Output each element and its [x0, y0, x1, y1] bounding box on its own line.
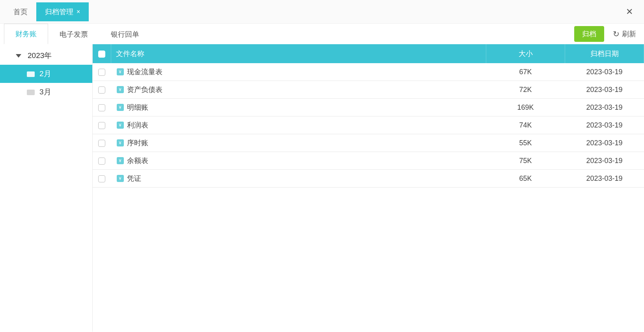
table-row[interactable]: 明细账169K2023-03-19 [93, 99, 644, 116]
subtab-finance-label: 财务账 [15, 29, 37, 39]
tree-month-label: 2月 [39, 69, 51, 79]
row-date: 2023-03-19 [565, 81, 644, 99]
tab-archive-label: 归档管理 [45, 7, 73, 17]
archive-button[interactable]: 归档 [574, 26, 604, 42]
row-date: 2023-03-19 [565, 170, 644, 188]
folder-icon [27, 71, 35, 77]
row-name-cell: 明细账 [111, 99, 486, 116]
row-name: 利润表 [127, 121, 148, 129]
row-date: 2023-03-19 [565, 152, 644, 170]
table-row[interactable]: 现金流量表67K2023-03-19 [93, 63, 644, 81]
row-checkbox-cell[interactable] [93, 170, 111, 188]
col-size-header: 大小 [486, 44, 565, 63]
tab-archive-management[interactable]: 归档管理 × [36, 2, 89, 21]
row-name: 凭证 [127, 174, 141, 182]
row-checkbox-cell[interactable] [93, 63, 111, 81]
row-checkbox-cell[interactable] [93, 134, 111, 152]
folder-icon [27, 89, 35, 95]
row-name-cell: 序时账 [111, 134, 486, 152]
row-size: 169K [486, 99, 565, 116]
refresh-icon: ↻ [613, 29, 620, 39]
checkbox-icon [98, 86, 105, 94]
row-size: 65K [486, 170, 565, 188]
checkbox-icon [98, 140, 105, 147]
toolbar: 财务账 电子发票 银行回单 归档 ↻ 刷新 [0, 24, 644, 44]
tab-close-icon[interactable]: × [77, 9, 80, 15]
checkbox-icon [98, 175, 105, 182]
file-icon [117, 68, 124, 75]
caret-down-icon [16, 54, 21, 58]
row-name: 序时账 [127, 139, 148, 147]
tree-year-node[interactable]: 2023年 [0, 47, 92, 65]
file-table: 文件名称 大小 归档日期 现金流量表67K2023-03-19资产负债表72K2… [93, 44, 644, 188]
close-all-icon[interactable]: ✕ [626, 7, 633, 17]
table-row[interactable]: 余额表75K2023-03-19 [93, 152, 644, 170]
toolbar-right: 归档 ↻ 刷新 [574, 24, 644, 44]
tab-home[interactable]: 首页 [5, 2, 36, 21]
table-row[interactable]: 利润表74K2023-03-19 [93, 116, 644, 134]
row-size: 75K [486, 152, 565, 170]
tab-home-label: 首页 [13, 7, 28, 17]
row-checkbox-cell[interactable] [93, 99, 111, 116]
row-size: 55K [486, 134, 565, 152]
subtab-finance[interactable]: 财务账 [4, 24, 48, 44]
col-name-header: 文件名称 [111, 44, 486, 63]
row-name-cell: 利润表 [111, 116, 486, 134]
row-name-cell: 资产负债表 [111, 81, 486, 99]
checkbox-icon [98, 158, 105, 165]
row-checkbox-cell[interactable] [93, 152, 111, 170]
checkbox-icon [98, 122, 105, 129]
top-tab-bar: 首页 归档管理 × ✕ [0, 0, 644, 24]
row-name: 余额表 [127, 157, 148, 165]
tree-month-node[interactable]: 3月 [0, 83, 92, 101]
file-icon [117, 139, 124, 146]
file-icon [117, 104, 124, 111]
row-date: 2023-03-19 [565, 63, 644, 81]
file-icon [117, 122, 124, 129]
row-name: 明细账 [127, 103, 148, 111]
checkbox-icon [98, 104, 105, 111]
file-icon [117, 175, 124, 182]
subtab-einvoice[interactable]: 电子发票 [48, 24, 99, 44]
subtab-einvoice-label: 电子发票 [60, 30, 88, 39]
tree-month-node[interactable]: 2月 [0, 65, 92, 83]
file-table-wrap: 文件名称 大小 归档日期 现金流量表67K2023-03-19资产负债表72K2… [93, 44, 644, 332]
content: 2023年 2月3月 文件名称 大小 归档日期 现金流量表67K2023-03-… [0, 44, 644, 332]
refresh-label: 刷新 [622, 29, 636, 39]
tree-year-label: 2023年 [28, 51, 52, 61]
folder-tree: 2023年 2月3月 [0, 44, 93, 332]
row-name: 资产负债表 [127, 86, 162, 94]
table-row[interactable]: 序时账55K2023-03-19 [93, 134, 644, 152]
row-checkbox-cell[interactable] [93, 81, 111, 99]
table-row[interactable]: 凭证65K2023-03-19 [93, 170, 644, 188]
row-name: 现金流量表 [127, 68, 162, 76]
table-row[interactable]: 资产负债表72K2023-03-19 [93, 81, 644, 99]
row-size: 67K [486, 63, 565, 81]
refresh-button[interactable]: ↻ 刷新 [613, 29, 636, 39]
row-size: 74K [486, 116, 565, 134]
sub-tab-bar: 财务账 电子发票 银行回单 [0, 24, 151, 44]
row-date: 2023-03-19 [565, 134, 644, 152]
row-date: 2023-03-19 [565, 99, 644, 116]
row-name-cell: 凭证 [111, 170, 486, 188]
row-size: 72K [486, 81, 565, 99]
checkbox-icon [98, 69, 105, 76]
col-date-header: 归档日期 [565, 44, 644, 63]
tree-month-label: 3月 [39, 87, 51, 97]
col-checkbox-header[interactable] [93, 44, 111, 63]
checkbox-icon [98, 51, 105, 58]
file-icon [117, 157, 124, 164]
row-checkbox-cell[interactable] [93, 116, 111, 134]
row-name-cell: 余额表 [111, 152, 486, 170]
row-name-cell: 现金流量表 [111, 63, 486, 81]
file-icon [117, 86, 124, 93]
subtab-bankslip-label: 银行回单 [111, 30, 139, 39]
row-date: 2023-03-19 [565, 116, 644, 134]
subtab-bankslip[interactable]: 银行回单 [99, 24, 151, 44]
